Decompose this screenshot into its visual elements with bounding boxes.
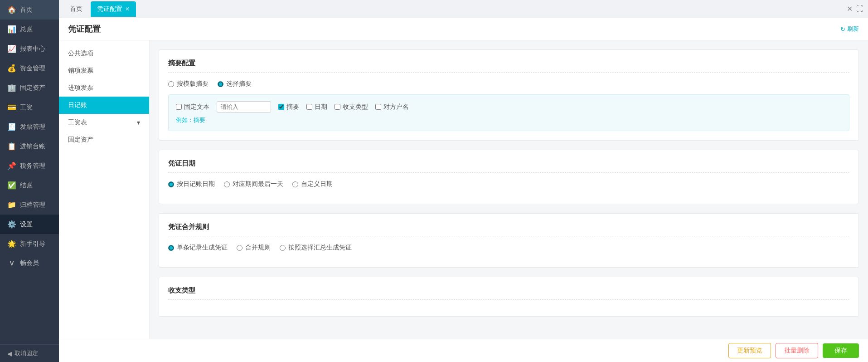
abstract-checkbox-options: 固定文本 摘要 日期 收支类型 [168, 94, 849, 131]
tax-icon: 📌 [7, 161, 16, 170]
sidebar-item-finance[interactable]: 💰 资金管理 [0, 59, 59, 78]
radio-journal-date-input[interactable] [168, 181, 174, 187]
radio-single[interactable]: 单条记录生成凭证 [168, 244, 228, 252]
abstract-section: 摘要配置 按模版摘要 选择摘要 固定文本 [159, 49, 859, 141]
leftnav-sales[interactable]: 销项发票 [59, 62, 149, 79]
update-preview-button[interactable]: 更新预览 [728, 343, 771, 358]
radio-select-abstract[interactable]: 选择摘要 [218, 80, 252, 88]
checkbox-fixed-text[interactable]: 固定文本 [176, 103, 209, 111]
settings-icon: ⚙️ [7, 220, 16, 229]
sidebar-item-member[interactable]: V 畅会员 [0, 254, 59, 273]
payroll-expand-icon: ▾ [137, 119, 140, 126]
sidebar: 🏠 首页 📊 总账 📈 报表中心 💰 资金管理 🏢 固定资产 💳 工资 🧾 发票… [0, 0, 59, 362]
checkbox-date[interactable]: 日期 [306, 103, 327, 111]
radio-summary[interactable]: 按照选择汇总生成凭证 [280, 244, 352, 252]
sidebar-item-home[interactable]: 🏠 首页 [0, 0, 59, 20]
report-icon: 📈 [7, 44, 16, 53]
leftnav-payroll[interactable]: 工资表 ▾ [59, 114, 149, 131]
right-content: 摘要配置 按模版摘要 选择摘要 固定文本 [150, 40, 868, 339]
bottom-bar: 更新预览 批量删除 保存 [59, 339, 868, 362]
merge-section: 凭证合并规则 单条记录生成凭证 合并规则 按照选择汇总生成凭证 [159, 213, 859, 268]
radio-period-last-input[interactable] [224, 181, 230, 187]
sidebar-item-checkout[interactable]: ✅ 结账 [0, 176, 59, 195]
sidebar-item-ledger[interactable]: 📊 总账 [0, 20, 59, 39]
leftnav-fixed-assets[interactable]: 固定资产 [59, 131, 149, 148]
radio-merge[interactable]: 合并规则 [237, 244, 271, 252]
member-icon: V [7, 260, 16, 267]
income-section: 收支类型 [159, 277, 859, 317]
checkbox-income-type-input[interactable] [335, 104, 340, 110]
sidebar-item-assets[interactable]: 🏢 固定资产 [0, 78, 59, 98]
trade-icon: 📋 [7, 142, 16, 151]
unpin-icon: ◀ [7, 350, 12, 357]
radio-custom-date-input[interactable] [292, 181, 298, 187]
sidebar-item-archive[interactable]: 📁 归档管理 [0, 195, 59, 215]
page-header: 凭证配置 ↻ 刷新 [59, 18, 868, 40]
sidebar-item-report[interactable]: 📈 报表中心 [0, 39, 59, 59]
content-area: 公共选项 销项发票 进项发票 日记账 工资表 ▾ 固定资产 摘要配置 [59, 40, 868, 339]
fixed-text-input[interactable] [217, 101, 271, 113]
invoice-icon: 🧾 [7, 122, 16, 131]
ledger-icon: 📊 [7, 25, 16, 34]
income-section-title: 收支类型 [168, 286, 849, 300]
abstract-radio-group: 按模版摘要 选择摘要 [168, 80, 849, 88]
sidebar-item-trade[interactable]: 📋 进销台账 [0, 137, 59, 156]
leftnav-journal[interactable]: 日记账 [59, 97, 149, 114]
checkbox-income-type[interactable]: 收支类型 [335, 103, 368, 111]
radio-merge-input[interactable] [237, 245, 242, 251]
refresh-icon: ↻ [840, 26, 845, 33]
finance-icon: 💰 [7, 64, 16, 73]
save-button[interactable]: 保存 [823, 343, 859, 358]
sidebar-item-invoice[interactable]: 🧾 发票管理 [0, 117, 59, 137]
tab-home[interactable]: 首页 [63, 1, 89, 17]
sidebar-item-settings[interactable]: ⚙️ 设置 [0, 215, 59, 234]
checkbox-date-input[interactable] [306, 104, 312, 110]
close-window-icon[interactable]: ✕ [847, 5, 853, 13]
radio-summary-input[interactable] [280, 245, 286, 251]
tab-bar: 首页 凭证配置 ✕ ✕ ⛶ [59, 0, 868, 18]
batch-delete-button[interactable]: 批量删除 [776, 343, 818, 358]
checkbox-abstract-input[interactable] [278, 104, 284, 110]
left-nav: 公共选项 销项发票 进项发票 日记账 工资表 ▾ 固定资产 [59, 40, 150, 339]
checkbox-abstract[interactable]: 摘要 [278, 103, 299, 111]
checkbox-counterpart-input[interactable] [375, 104, 381, 110]
abstract-example: 例如：摘要 [176, 116, 842, 124]
leftnav-public[interactable]: 公共选项 [59, 45, 149, 62]
main-area: 首页 凭证配置 ✕ ✕ ⛶ 凭证配置 ↻ 刷新 公共选项 销项发票 进项 [59, 0, 868, 362]
assets-icon: 🏢 [7, 83, 16, 92]
abstract-section-title: 摘要配置 [168, 59, 849, 73]
merge-section-title: 凭证合并规则 [168, 223, 849, 236]
sidebar-item-tax[interactable]: 📌 税务管理 [0, 156, 59, 176]
tab-voucher[interactable]: 凭证配置 ✕ [91, 1, 136, 17]
sidebar-item-guide[interactable]: 🌟 新手引导 [0, 234, 59, 254]
page-title: 凭证配置 [68, 24, 101, 34]
radio-period-last[interactable]: 对应期间最后一天 [224, 180, 283, 188]
sidebar-item-salary[interactable]: 💳 工资 [0, 98, 59, 117]
close-tab-icon[interactable]: ✕ [125, 6, 130, 12]
tab-bar-actions: ✕ ⛶ [847, 5, 863, 13]
leftnav-purchase[interactable]: 进项发票 [59, 79, 149, 97]
radio-template-input[interactable] [168, 81, 174, 87]
date-radio-group: 按日记账日期 对应期间最后一天 自定义日期 [168, 180, 849, 188]
salary-icon: 💳 [7, 103, 16, 112]
unpin-button[interactable]: ◀ 取消固定 [0, 344, 59, 362]
refresh-button[interactable]: ↻ 刷新 [840, 25, 859, 33]
checkbox-counterpart[interactable]: 对方户名 [375, 103, 409, 111]
home-icon: 🏠 [7, 5, 16, 14]
abstract-checkbox-row: 固定文本 摘要 日期 收支类型 [176, 101, 842, 113]
guide-icon: 🌟 [7, 240, 16, 248]
checkout-icon: ✅ [7, 181, 16, 190]
archive-icon: 📁 [7, 201, 16, 209]
date-section-title: 凭证日期 [168, 159, 849, 173]
merge-radio-group: 单条记录生成凭证 合并规则 按照选择汇总生成凭证 [168, 244, 849, 252]
radio-single-input[interactable] [168, 245, 174, 251]
radio-journal-date[interactable]: 按日记账日期 [168, 180, 215, 188]
date-section: 凭证日期 按日记账日期 对应期间最后一天 自定义日期 [159, 150, 859, 204]
radio-template-abstract[interactable]: 按模版摘要 [168, 80, 209, 88]
radio-custom-date[interactable]: 自定义日期 [292, 180, 333, 188]
radio-select-input[interactable] [218, 81, 223, 87]
expand-window-icon[interactable]: ⛶ [856, 5, 863, 13]
checkbox-fixed-text-input[interactable] [176, 104, 182, 110]
